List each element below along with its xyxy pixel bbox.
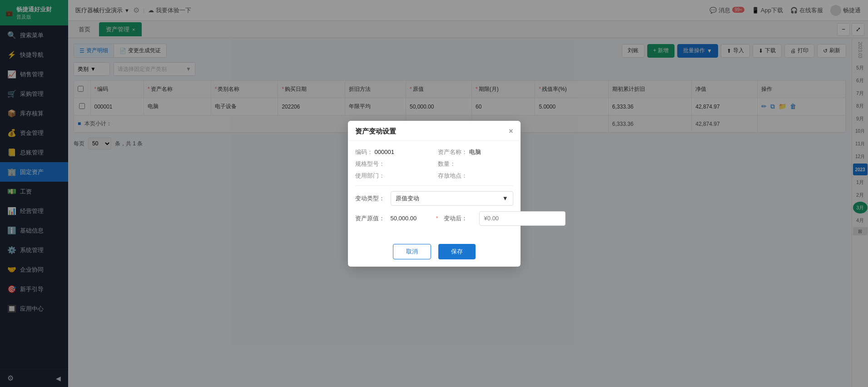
chevron-down-icon: ▼ [502,195,508,202]
dialog-value-row: 资产原值： 50,000.00 * 变动后： [355,211,513,226]
dialog-header: 资产变动设置 × [348,121,521,141]
save-button[interactable]: 保存 [438,244,476,259]
dialog-actions: 取消 保存 [348,238,521,267]
dialog-title: 资产变动设置 [355,127,396,136]
dialog-asset-name-field: 资产名称： 电脑 [438,148,513,156]
dialog-close-btn[interactable]: × [509,128,513,135]
dialog-spec-field: 规格型号： [355,160,431,168]
cancel-button[interactable]: 取消 [393,244,431,259]
dialog-change-type-row: 变动类型： 原值变动 ▼ [355,191,513,206]
dialog-location-field: 存放地点： [438,172,513,180]
dialog-dept-field: 使用部门： [355,172,431,180]
dialog-body: 编码： 000001 资产名称： 电脑 规格型号： 数量： 使用部门： [348,141,521,238]
dialog-info-grid: 编码： 000001 资产名称： 电脑 规格型号： 数量： 使用部门： [355,148,513,186]
required-mark: * [436,215,438,222]
asset-change-dialog: 资产变动设置 × 编码： 000001 资产名称： 电脑 规格型号： 数 [348,121,521,267]
after-change-input[interactable] [479,211,565,226]
dialog-code-field: 编码： 000001 [355,148,431,156]
dialog-overlay[interactable]: 资产变动设置 × 编码： 000001 资产名称： 电脑 规格型号： 数 [0,0,868,387]
original-value-display: 50,000.00 [391,215,427,222]
change-type-select[interactable]: 原值变动 ▼ [391,191,513,206]
dialog-quantity-field: 数量： [438,160,513,168]
